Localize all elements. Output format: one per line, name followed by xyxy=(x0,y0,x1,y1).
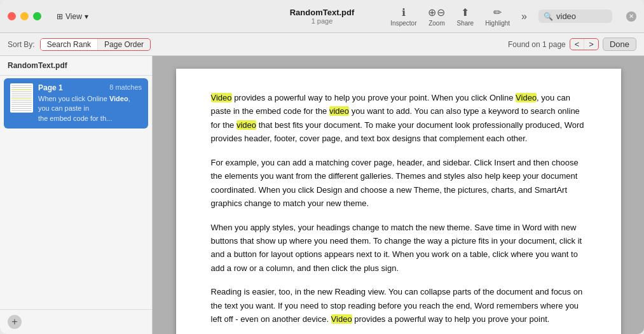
window-controls xyxy=(8,12,41,20)
done-button[interactable]: Done xyxy=(603,38,636,51)
thumb-line xyxy=(11,102,32,103)
search-input[interactable] xyxy=(556,11,607,21)
close-button[interactable] xyxy=(8,12,16,20)
layout-icon: ⊞ xyxy=(57,12,63,21)
sidebar: RandomText.pdf Page 1 xyxy=(0,56,153,334)
titlebar: ⊞ View ▾ RandomText.pdf 1 page ℹ Inspect… xyxy=(0,0,644,33)
thumb-line xyxy=(11,110,32,111)
main-content: RandomText.pdf Page 1 xyxy=(0,56,644,334)
doc-title: RandomText.pdf xyxy=(290,8,355,17)
thumb-line xyxy=(11,91,32,92)
paragraph-2: For example, you can add a matching cove… xyxy=(211,156,586,211)
thumb-line xyxy=(11,95,32,95)
highlight-tool[interactable]: ✏ Highlight xyxy=(485,6,510,27)
sort-page-order-button[interactable]: Page Order xyxy=(98,39,150,50)
search-box[interactable]: 🔍 xyxy=(538,10,612,23)
share-icon: ⬆ xyxy=(461,6,469,18)
sidebar-page-info: Page 1 8 matches When you click Online V… xyxy=(38,83,142,123)
sort-buttons: Search Rank Page Order xyxy=(40,38,151,51)
paragraph-3: When you apply styles, your headings cha… xyxy=(211,221,586,275)
titlebar-left: ⊞ View ▾ xyxy=(8,10,92,23)
zoom-icon: ⊕⊖ xyxy=(428,6,445,18)
search-close-button[interactable]: ✕ xyxy=(626,11,636,22)
sidebar-page-row: Page 1 8 matches xyxy=(38,83,142,92)
thumb-line xyxy=(11,85,32,86)
share-label: Share xyxy=(456,20,474,27)
thumb-line xyxy=(11,101,32,101)
sidebar-item-page1[interactable]: Page 1 8 matches When you click Online V… xyxy=(4,78,148,129)
inspector-icon: ℹ xyxy=(402,6,406,18)
sidebar-matches: 8 matches xyxy=(109,83,142,92)
add-button[interactable]: + xyxy=(8,315,22,329)
view-label: View xyxy=(65,12,82,21)
titlebar-center: RandomText.pdf 1 page xyxy=(290,8,355,25)
pdf-page: Video provides a powerful way to help yo… xyxy=(176,69,621,334)
sort-search-rank-button[interactable]: Search Rank xyxy=(41,39,98,50)
thumb-line-highlight xyxy=(11,99,32,99)
thumb-line xyxy=(11,87,32,88)
sortbar-right: Found on 1 page < > Done xyxy=(508,38,636,51)
doc-area[interactable]: Video provides a powerful way to help yo… xyxy=(153,56,644,334)
maximize-button[interactable] xyxy=(33,12,41,20)
thumb-line xyxy=(11,108,32,109)
sidebar-thumbnail xyxy=(10,83,33,113)
highlight-video-4: video xyxy=(236,120,256,130)
next-result-button[interactable]: > xyxy=(584,39,598,50)
sidebar-page-label: Page 1 xyxy=(38,83,63,92)
more-tools[interactable]: » xyxy=(521,11,527,22)
more-icon: » xyxy=(521,11,527,22)
sort-label: Sort By: xyxy=(8,40,35,49)
inspector-tool[interactable]: ℹ Inspector xyxy=(390,6,416,27)
inspector-label: Inspector xyxy=(390,20,416,27)
found-text: Found on 1 page xyxy=(508,40,566,49)
search-icon: 🔍 xyxy=(544,12,553,21)
zoom-label: Zoom xyxy=(428,20,445,27)
highlight-label: Highlight xyxy=(485,20,510,27)
titlebar-tools: ℹ Inspector ⊕⊖ Zoom ⬆ Share ✏ Highlight … xyxy=(390,6,636,27)
thumb-line xyxy=(11,97,32,97)
thumb-line xyxy=(11,93,32,94)
sidebar-filename: RandomText.pdf xyxy=(0,56,152,76)
minimize-button[interactable] xyxy=(20,12,29,20)
share-tool[interactable]: ⬆ Share xyxy=(456,6,474,27)
paragraph-1: Video provides a powerful way to help yo… xyxy=(211,91,586,146)
highlight-video-2: Video xyxy=(516,93,537,102)
sidebar-excerpt: When you click Online Video, you can pas… xyxy=(38,94,142,123)
highlight-video-5: Video xyxy=(331,314,352,324)
paragraph-4: Reading is easier, too, in the new Readi… xyxy=(211,285,586,326)
thumb-line-highlight xyxy=(11,89,32,90)
sidebar-footer: + xyxy=(0,309,152,334)
sortbar: Sort By: Search Rank Page Order Found on… xyxy=(0,33,644,56)
thumb-line xyxy=(11,106,32,107)
prev-result-button[interactable]: < xyxy=(570,39,585,50)
doc-subtitle: 1 page xyxy=(312,17,333,25)
zoom-tool[interactable]: ⊕⊖ Zoom xyxy=(428,6,445,27)
highlight-video-1: Video xyxy=(211,93,232,102)
sidebar-excerpt-highlight: Video xyxy=(109,95,128,102)
highlight-icon: ✏ xyxy=(493,6,502,18)
thumb-line xyxy=(11,104,32,105)
nav-buttons: < > xyxy=(570,38,599,50)
highlight-video-3: video xyxy=(329,106,349,116)
view-button[interactable]: ⊞ View ▾ xyxy=(53,10,92,23)
view-chevron-icon: ▾ xyxy=(85,12,88,21)
